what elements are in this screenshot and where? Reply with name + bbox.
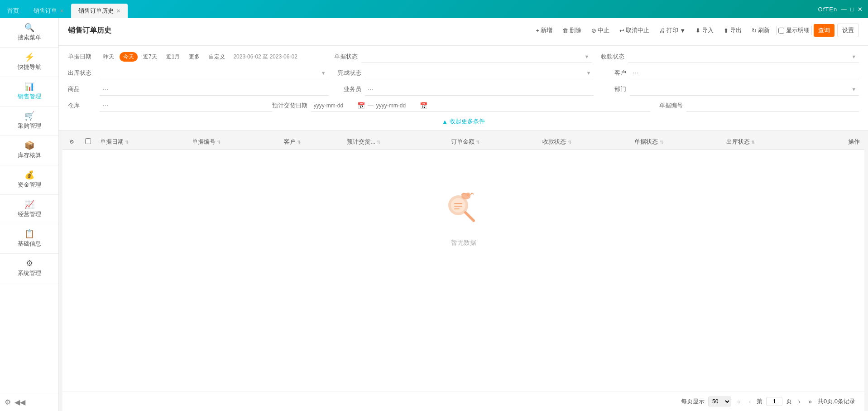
sales-icon: 📊	[24, 82, 34, 91]
payment-status-arrow-icon: ▼	[851, 54, 856, 59]
goods-filter[interactable]: ···	[100, 83, 329, 96]
sidebar-item-quicknav[interactable]: ⚡ 快捷导航	[0, 48, 58, 77]
empty-state: 暂无数据	[62, 150, 864, 283]
svg-point-7	[466, 193, 470, 196]
warehouse-dots[interactable]: ···	[102, 102, 108, 110]
outbound-status-select[interactable]: ▼	[102, 70, 326, 76]
sidebar-bottom: ⚙ ◀◀	[0, 393, 58, 411]
more-chip[interactable]: 更多	[185, 52, 203, 62]
delivery-start-date[interactable]	[314, 102, 355, 109]
outbound-status-label: 出库状态	[68, 69, 100, 77]
department-select[interactable]: ▼	[633, 87, 856, 92]
close-btn[interactable]: ✕	[858, 6, 863, 13]
date-column-header[interactable]: 单据日期 ⇅	[96, 134, 187, 150]
query-button[interactable]: 查询	[814, 24, 834, 37]
salesperson-dots[interactable]: ···	[368, 85, 374, 93]
minimize-btn[interactable]: —	[841, 6, 847, 13]
sidebar-settings-btn[interactable]: ⚙	[5, 398, 11, 406]
salesperson-filter[interactable]: ···	[365, 83, 594, 96]
print-button[interactable]: 🖨 打印 ▼	[655, 24, 690, 37]
page-size-select[interactable]: 50 10 20 100	[708, 396, 731, 406]
stop-button[interactable]: ⊘ 中止	[587, 24, 614, 37]
quicknav-icon: ⚡	[24, 53, 34, 61]
customer-column-header[interactable]: 客户 ⇅	[279, 134, 343, 150]
first-page-btn[interactable]: «	[735, 397, 743, 406]
data-table: ⚙ 单据日期 ⇅ 单据编号 ⇅	[62, 134, 864, 150]
department-filter[interactable]: ▼	[630, 83, 859, 96]
1month-chip[interactable]: 近1月	[163, 52, 184, 62]
sidebar-item-basicinfo[interactable]: 📋 基础信息	[0, 224, 58, 254]
import-button[interactable]: ⬇ 导入	[691, 24, 718, 37]
delivery-end-date[interactable]	[376, 102, 417, 109]
page-size-label: 每页显示	[681, 397, 705, 406]
warehouse-filter[interactable]: ···	[100, 99, 272, 112]
select-all-checkbox[interactable]	[85, 138, 91, 144]
customer-label: 客户	[594, 69, 630, 77]
content-area: 销售订单历史 + 新增 🗑 删除 ⊘ 中止 ↩	[59, 18, 868, 411]
custom-chip[interactable]: 自定义	[205, 52, 229, 62]
collapse-row[interactable]: ▲ 收起更多条件	[68, 116, 859, 126]
cancel-stop-button[interactable]: ↩ 取消中止	[615, 24, 654, 37]
refresh-button[interactable]: ↻ 刷新	[747, 24, 774, 37]
complete-status-select[interactable]: ▼	[368, 70, 591, 76]
sidebar-item-system[interactable]: ⚙ 系统管理	[0, 254, 58, 283]
sidebar-item-operations-label: 经营管理	[18, 210, 41, 218]
prev-page-btn[interactable]: ‹	[747, 397, 753, 406]
sidebar-collapse-btn[interactable]: ◀◀	[14, 398, 25, 406]
close-sales-order-history-tab[interactable]: ✕	[116, 8, 120, 14]
purchase-icon: 🛒	[24, 112, 34, 120]
last-page-btn[interactable]: »	[806, 397, 814, 406]
payment-status-column-header[interactable]: 收款状态 ⇅	[538, 134, 630, 150]
today-chip[interactable]: 今天	[120, 52, 138, 62]
delivery-column-header[interactable]: 预计交货... ⇅	[342, 134, 446, 150]
tab-sales-order[interactable]: 销售订单 ✕	[26, 4, 71, 18]
doc-number-input[interactable]	[689, 102, 856, 109]
sidebar-item-purchase[interactable]: 🛒 采购管理	[0, 106, 58, 136]
doc-status-column-header[interactable]: 单据状态 ⇅	[630, 134, 722, 150]
sidebar-item-sales[interactable]: 📊 销售管理	[0, 77, 58, 106]
next-page-btn[interactable]: ›	[796, 397, 802, 406]
customer-dots[interactable]: ···	[633, 69, 638, 77]
doc-status-select[interactable]: ▼	[364, 54, 590, 59]
number-column-header[interactable]: 单据编号 ⇅	[187, 134, 279, 150]
yesterday-chip[interactable]: 昨天	[100, 52, 118, 62]
goods-dots[interactable]: ···	[102, 85, 108, 93]
end-calendar-icon[interactable]: 📅	[420, 102, 427, 109]
top-bar-right: OfTEn — □ ✕	[818, 6, 868, 13]
outbound-status-filter[interactable]: ▼	[100, 67, 329, 79]
settings-button[interactable]: 设置	[837, 24, 859, 37]
sidebar: 🔍 搜索菜单 ⚡ 快捷导航 📊 销售管理 🛒 采购管理 📦 库存核算 💰 资金管…	[0, 18, 59, 411]
export-label: 导出	[730, 26, 742, 34]
doc-number-filter[interactable]	[686, 99, 859, 112]
add-button[interactable]: + 新增	[532, 24, 557, 37]
complete-status-filter[interactable]: ▼	[365, 67, 594, 79]
maximize-btn[interactable]: □	[850, 6, 854, 13]
page-label-before: 第	[757, 397, 762, 406]
display-detail-checkbox[interactable]	[778, 28, 784, 34]
display-detail-toggle[interactable]: 显示明细	[778, 26, 810, 34]
payment-status-filter[interactable]: ▼	[628, 50, 859, 63]
payment-status-select[interactable]: ▼	[631, 54, 856, 59]
outbound-status-column-header[interactable]: 出库状态 ⇅	[722, 134, 814, 150]
customer-filter[interactable]: ···	[630, 67, 859, 79]
export-button[interactable]: ⬆ 导出	[719, 24, 746, 37]
sidebar-item-operations[interactable]: 📈 经营管理	[0, 195, 58, 224]
7days-chip[interactable]: 近7天	[139, 52, 161, 62]
page-title-row: 销售订单历史 + 新增 🗑 删除 ⊘ 中止 ↩	[68, 24, 859, 37]
customer-sort-icon: ⇅	[297, 140, 301, 145]
department-arrow-icon: ▼	[851, 87, 856, 92]
tab-sales-order-history[interactable]: 销售订单历史 ✕	[71, 4, 128, 18]
delete-button[interactable]: 🗑 删除	[558, 24, 586, 37]
sidebar-item-search[interactable]: 🔍 搜索菜单	[0, 18, 58, 48]
current-page-input[interactable]	[766, 397, 782, 406]
close-sales-order-tab[interactable]: ✕	[60, 8, 64, 14]
delivery-date-input-group: 📅 — 📅	[314, 102, 427, 109]
sidebar-item-finance[interactable]: 💰 资金管理	[0, 165, 58, 195]
top-bar: 首页 销售订单 ✕ 销售订单历史 ✕ OfTEn — □ ✕	[0, 0, 868, 18]
gear-column-header[interactable]: ⚙	[62, 134, 81, 150]
tab-home[interactable]: 首页	[0, 4, 26, 18]
start-calendar-icon[interactable]: 📅	[357, 102, 365, 109]
sidebar-item-inventory[interactable]: 📦 库存核算	[0, 136, 58, 165]
doc-status-filter[interactable]: ▼	[361, 50, 592, 63]
amount-column-header[interactable]: 订单金额 ⇅	[446, 134, 538, 150]
